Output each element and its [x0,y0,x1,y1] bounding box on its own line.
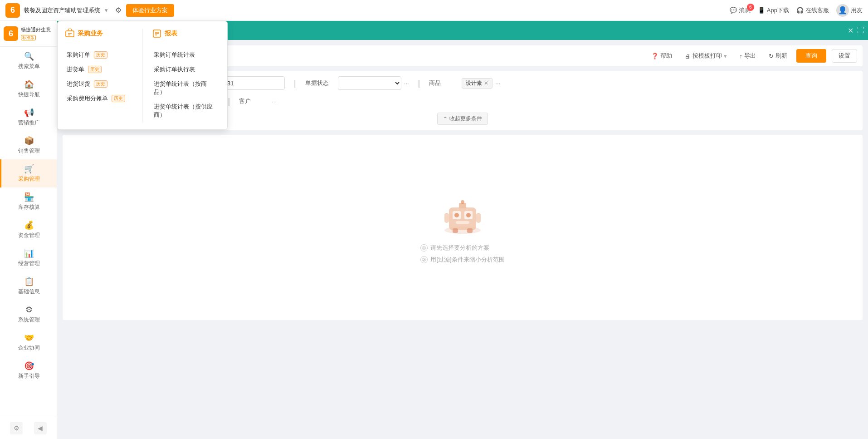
dropdown-business-col: 采购业务 采购订单 历史 进货单 历史 进货退货 历史 采购费用分摊单 历史 [65,29,133,122]
purchase-order-label: 采购订单 [67,51,90,59]
dropdown-report-title: 报表 [165,30,177,38]
dropdown-report-header: 报表 [152,29,220,42]
purchase-receive-label: 进货单 [67,65,84,74]
dropdown-business-header: 采购业务 [65,29,133,42]
report-receive-supplier-item[interactable]: 进货单统计表（按供应商） [152,99,220,122]
purchase-order-item[interactable]: 采购订单 历史 [65,48,133,62]
app-wrapper: 6 装餐及固定资产辅助管理系统 ▾ ⚙ 体验行业方案 💬 消息 6 📱 App下… [0,0,868,439]
purchase-receive-history-badge: 历史 [88,66,102,73]
report-order-exec-item[interactable]: 采购订单执行表 [152,62,220,77]
purchase-dropdown-menu: 采购业务 采购订单 历史 进货单 历史 进货退货 历史 采购费用分摊单 历史 [57,21,228,130]
business-header-icon [65,29,75,39]
dropdown-report-col: 报表 采购订单统计表 采购订单执行表 进货单统计表（按商品） 进货单统计表（按供… [142,29,220,122]
purchase-expense-history-badge: 历史 [112,95,125,102]
purchase-order-history-badge: 历史 [94,51,107,59]
purchase-return-history-badge: 历史 [94,80,107,88]
report-header-icon [152,29,162,39]
report-receive-supplier-label: 进货单统计表（按供应商） [154,103,219,119]
report-receive-goods-label: 进货单统计表（按商品） [154,80,219,96]
purchase-return-label: 进货退货 [67,80,90,88]
purchase-expense-item[interactable]: 采购费用分摊单 历史 [65,91,133,106]
purchase-expense-label: 采购费用分摊单 [67,94,108,103]
dropdown-business-title: 采购业务 [78,30,103,38]
purchase-receive-item[interactable]: 进货单 历史 [65,62,133,77]
purchase-return-item[interactable]: 进货退货 历史 [65,77,133,91]
report-order-exec-label: 采购订单执行表 [154,65,195,74]
report-receive-goods-item[interactable]: 进货单统计表（按商品） [152,77,220,99]
report-order-stats-label: 采购订单统计表 [154,51,195,59]
report-order-stats-item[interactable]: 采购订单统计表 [152,48,220,62]
